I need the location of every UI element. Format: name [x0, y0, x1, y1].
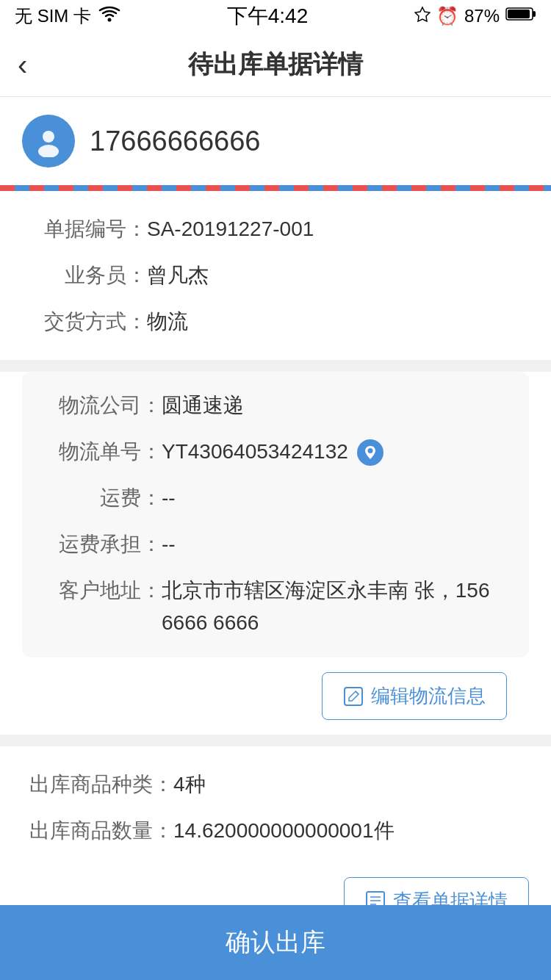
confirm-bar: 确认出库 [0, 905, 551, 980]
status-bar: 无 SIM 卡 下午4:42 ⏰ 87% [0, 0, 551, 32]
tracking-row: 物流单号： YT43064053424132 [44, 436, 507, 469]
logistics-wrapper: 物流公司： 圆通速递 物流单号： YT43064053424132 运费： -- [0, 372, 551, 735]
svg-point-7 [367, 448, 372, 453]
salesman-value: 曾凡杰 [147, 259, 522, 292]
edit-logistics-btn-wrapper: 编辑物流信息 [22, 657, 529, 727]
back-button[interactable]: ‹ [18, 50, 27, 79]
svg-point-4 [43, 131, 54, 143]
delivery-row: 交货方式： 物流 [29, 306, 522, 339]
logistics-section: 物流公司： 圆通速递 物流单号： YT43064053424132 运费： -- [22, 372, 529, 657]
address-value: 北京市市辖区海淀区永丰南 张，156 6666 6666 [162, 574, 507, 641]
logistics-company-row: 物流公司： 圆通速递 [44, 389, 507, 422]
edit-logistics-label: 编辑物流信息 [371, 683, 486, 709]
nav-title: 待出库单据详情 [188, 48, 363, 82]
salesman-row: 业务员： 曾凡杰 [29, 259, 522, 292]
status-time: 下午4:42 [227, 2, 309, 30]
tracking-value: YT43064053424132 [162, 436, 507, 469]
tracking-label: 物流单号： [44, 436, 162, 469]
status-right: ⏰ 87% [414, 6, 536, 26]
freight-bearer-label: 运费承担： [44, 528, 162, 561]
location-status-icon [414, 6, 431, 26]
goods-quantity-label: 出库商品数量： [29, 815, 173, 848]
edit-icon [343, 686, 364, 707]
freight-bearer-value: -- [162, 528, 507, 561]
svg-rect-3 [508, 10, 530, 18]
address-label: 客户地址： [44, 574, 162, 608]
logistics-company-value: 圆通速递 [162, 389, 507, 422]
status-left: 无 SIM 卡 [15, 4, 120, 28]
confirm-button[interactable]: 确认出库 [0, 926, 551, 959]
document-row: 单据编号： SA-20191227-001 [29, 213, 522, 246]
salesman-label: 业务员： [29, 259, 147, 292]
delivery-label: 交货方式： [29, 306, 147, 339]
svg-point-5 [38, 145, 59, 157]
goods-type-row: 出库商品种类： 4种 [29, 768, 522, 801]
freight-value: -- [162, 482, 507, 515]
logistics-company-label: 物流公司： [44, 389, 162, 422]
document-label: 单据编号： [29, 213, 147, 246]
dashed-divider [0, 185, 551, 191]
delivery-value: 物流 [147, 306, 522, 339]
battery-text: 87% [464, 6, 500, 26]
goods-type-label: 出库商品种类： [29, 768, 173, 801]
edit-logistics-button[interactable]: 编辑物流信息 [322, 672, 507, 720]
customer-phone: 17666666666 [90, 126, 260, 157]
carrier-text: 无 SIM 卡 [15, 4, 91, 28]
goods-quantity-value: 14.620000000000001件 [173, 815, 522, 848]
freight-label: 运费： [44, 482, 162, 515]
document-value: SA-20191227-001 [147, 213, 522, 246]
customer-avatar [22, 115, 75, 167]
section-divider-1 [0, 735, 551, 746]
customer-header: 17666666666 [0, 97, 551, 185]
tracking-location-icon[interactable] [357, 439, 383, 466]
svg-rect-8 [345, 688, 362, 705]
freight-bearer-row: 运费承担： -- [44, 528, 507, 561]
basic-info-section: 单据编号： SA-20191227-001 业务员： 曾凡杰 交货方式： 物流 [0, 191, 551, 360]
goods-quantity-row: 出库商品数量： 14.620000000000001件 [29, 815, 522, 848]
goods-section: 出库商品种类： 4种 出库商品数量： 14.620000000000001件 [0, 746, 551, 870]
svg-rect-2 [533, 11, 536, 17]
goods-type-value: 4种 [173, 768, 522, 801]
alarm-icon: ⏰ [436, 6, 458, 26]
battery-icon [505, 6, 536, 26]
nav-bar: ‹ 待出库单据详情 [0, 32, 551, 97]
wifi-icon [98, 6, 120, 26]
address-row: 客户地址： 北京市市辖区海淀区永丰南 张，156 6666 6666 [44, 574, 507, 641]
freight-row: 运费： -- [44, 482, 507, 515]
svg-point-0 [108, 18, 112, 22]
